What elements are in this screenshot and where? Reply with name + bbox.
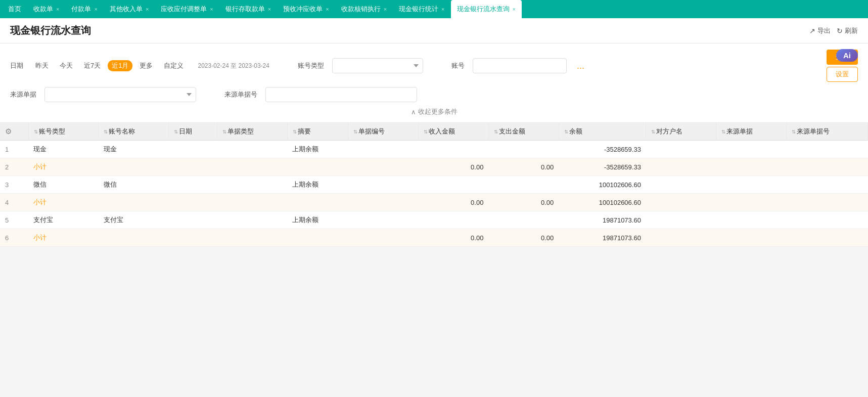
table-row[interactable]: 3微信微信上期余额100102606.60 <box>0 176 868 194</box>
col-doc-type[interactable]: ⇅单据类型 <box>217 123 287 141</box>
cell-account-type: 支付宝 <box>28 211 99 229</box>
shortcut-more[interactable]: 更多 <box>135 60 157 71</box>
account-dots[interactable]: ... <box>577 61 584 71</box>
nav-verify-label: 收款核销执行 <box>341 0 381 18</box>
cell-income: 0.00 <box>419 229 489 247</box>
refresh-button[interactable]: ↻ 刷新 <box>837 26 858 35</box>
cell-doc-type <box>217 211 287 229</box>
cell-income: 0.00 <box>419 194 489 211</box>
nav-receipt-close[interactable]: × <box>56 0 59 18</box>
cell-summary: 上期余额 <box>287 176 348 194</box>
cell-source-doc <box>716 211 787 229</box>
nav-stats-close[interactable]: × <box>441 0 444 18</box>
sort-icon-income: ⇅ <box>424 129 428 135</box>
filter-area: 日期 昨天 今天 近7天 近1月 更多 自定义 2023-02-24 至 202… <box>0 43 868 123</box>
nav-stats[interactable]: 现金银行统计 × <box>393 0 450 18</box>
account-input[interactable] <box>473 58 567 73</box>
export-button[interactable]: ↗ 导出 <box>809 26 831 35</box>
nav-bank-deposit-close[interactable]: × <box>268 0 271 18</box>
table-row[interactable]: 1现金现金上期余额-3528659.33 <box>0 141 868 158</box>
shortcut-custom[interactable]: 自定义 <box>160 60 188 71</box>
col-account-type[interactable]: ⇅账号类型 <box>28 123 99 141</box>
cell-income <box>419 176 489 194</box>
top-nav: 首页 收款单 × 付款单 × 其他收入单 × 应收应付调整单 × 银行存取款单 … <box>0 0 868 18</box>
cell-income: 0.00 <box>419 158 489 176</box>
cell-balance: 19871073.60 <box>559 211 646 229</box>
cell-counterparty <box>646 194 716 211</box>
cell-num: 3 <box>0 176 28 194</box>
col-source-doc[interactable]: ⇅来源单据 <box>716 123 787 141</box>
page-header: 现金银行流水查询 ↗ 导出 ↻ 刷新 <box>0 18 868 43</box>
account-type-label: 账号类型 <box>298 61 324 70</box>
collapse-button[interactable]: ∧ 收起更多条件 <box>411 107 458 116</box>
cell-source-doc <box>716 194 787 211</box>
cell-doc-no <box>348 211 419 229</box>
nav-advance[interactable]: 预收冲应收单 × <box>277 0 335 18</box>
cell-date <box>169 211 217 229</box>
cell-doc-type <box>217 176 287 194</box>
gear-icon[interactable]: ⚙ <box>5 127 12 136</box>
nav-advance-label: 预收冲应收单 <box>283 0 323 18</box>
cell-expense: 0.00 <box>488 158 559 176</box>
setting-button[interactable]: 设置 <box>827 67 858 82</box>
table-row[interactable]: 4小计0.000.00100102606.60 <box>0 194 868 211</box>
shortcut-yesterday[interactable]: 昨天 <box>31 60 53 71</box>
table-row[interactable]: 5支付宝支付宝上期余额19871073.60 <box>0 211 868 229</box>
shortcut-1month[interactable]: 近1月 <box>108 60 132 71</box>
nav-flow[interactable]: 现金银行流水查询 × <box>451 0 522 18</box>
cell-counterparty <box>646 141 716 158</box>
nav-payment-close[interactable]: × <box>94 0 97 18</box>
nav-verify-close[interactable]: × <box>384 0 387 18</box>
cell-counterparty <box>646 211 716 229</box>
col-source-doc-no[interactable]: ⇅来源单据号 <box>787 123 868 141</box>
nav-other-income[interactable]: 其他收入单 × <box>104 0 155 18</box>
nav-receipt[interactable]: 收款单 × <box>27 0 65 18</box>
shortcut-today[interactable]: 今天 <box>56 60 77 71</box>
cell-doc-no <box>348 229 419 247</box>
col-account-name[interactable]: ⇅账号名称 <box>99 123 169 141</box>
table-body: 1现金现金上期余额-3528659.332小计0.000.00-3528659.… <box>0 141 868 247</box>
cell-balance: -3528659.33 <box>559 141 646 158</box>
collapse-label: 收起更多条件 <box>418 107 458 116</box>
shortcut-7days[interactable]: 近7天 <box>80 60 105 71</box>
cell-summary: 上期余额 <box>287 211 348 229</box>
nav-payment[interactable]: 付款单 × <box>65 0 103 18</box>
col-income[interactable]: ⇅收入金额 <box>419 123 489 141</box>
nav-other-income-close[interactable]: × <box>146 0 149 18</box>
nav-home[interactable]: 首页 <box>2 0 27 18</box>
col-counterparty[interactable]: ⇅对方户名 <box>646 123 716 141</box>
table-row[interactable]: 6小计0.000.0019871073.60 <box>0 229 868 247</box>
cell-doc-type <box>217 194 287 211</box>
cell-source-doc-no <box>787 211 868 229</box>
cell-summary: 上期余额 <box>287 141 348 158</box>
nav-flow-close[interactable]: × <box>513 0 516 18</box>
nav-adjustment[interactable]: 应收应付调整单 × <box>155 0 219 18</box>
nav-advance-close[interactable]: × <box>326 0 329 18</box>
col-balance[interactable]: ⇅余额 <box>559 123 646 141</box>
source-doc-no-input[interactable] <box>265 87 417 102</box>
cell-counterparty <box>646 176 716 194</box>
date-shortcuts: 昨天 今天 近7天 近1月 更多 自定义 <box>31 60 188 71</box>
cell-account-type: 小计 <box>28 194 99 211</box>
col-date[interactable]: ⇅日期 <box>169 123 217 141</box>
col-doc-no[interactable]: ⇅单据编号 <box>348 123 419 141</box>
cell-account-name: 现金 <box>99 141 169 158</box>
ai-badge[interactable]: Ai <box>836 49 858 62</box>
cell-doc-type <box>217 158 287 176</box>
table-row[interactable]: 2小计0.000.00-3528659.33 <box>0 158 868 176</box>
nav-bank-deposit[interactable]: 银行存取款单 × <box>219 0 277 18</box>
account-type-select[interactable] <box>332 58 423 73</box>
cell-num: 6 <box>0 229 28 247</box>
sort-icon-doc-no: ⇅ <box>353 129 357 135</box>
sort-icon-doc-type: ⇅ <box>222 129 226 135</box>
nav-other-income-label: 其他收入单 <box>110 0 143 18</box>
source-doc-select[interactable] <box>44 87 196 102</box>
cell-date <box>169 141 217 158</box>
nav-verify[interactable]: 收款核销执行 × <box>335 0 393 18</box>
col-gear[interactable]: ⚙ <box>0 123 28 141</box>
sort-icon-source-doc: ⇅ <box>721 129 725 135</box>
col-summary[interactable]: ⇅摘要 <box>287 123 348 141</box>
cell-balance: -3528659.33 <box>559 158 646 176</box>
col-expense[interactable]: ⇅支出金额 <box>488 123 559 141</box>
nav-adjustment-close[interactable]: × <box>210 0 213 18</box>
